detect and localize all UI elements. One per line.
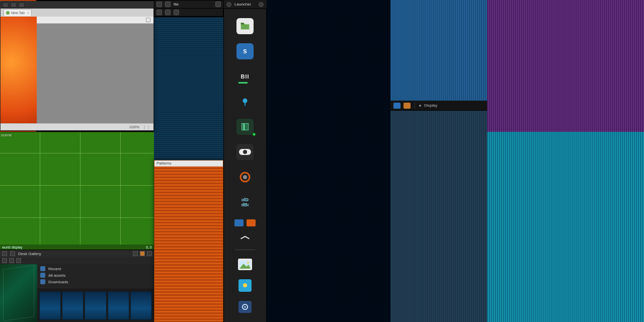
browser-tabstrip: New Tab × [1,9,153,17]
green-grid-footer: world display 0, 0 [0,245,154,250]
mini-appicon2-icon [165,2,171,7]
package-app[interactable] [236,119,254,135]
browser-tab[interactable]: New Tab × [4,9,32,16]
slate-title: Display [424,103,437,108]
win-min-button[interactable] [3,3,9,8]
win-max-button[interactable] [11,3,17,8]
asset-editor-close-button[interactable] [147,251,152,256]
asset-editor-window: Desk Gallery Recent All assets Downloads [0,250,154,322]
ring-icon [239,171,251,183]
slate-btn-1[interactable] [393,103,400,109]
green-grid-label: scene [1,133,12,137]
menu-icon[interactable] [146,18,150,22]
toolbar-btn-2[interactable] [9,258,14,263]
tab-close-icon[interactable]: × [27,11,29,15]
patterns-window: Patterns [154,160,223,322]
slate-titlebar[interactable]: Display [390,101,487,111]
grid-glyph-icon: ıılDdBı [242,197,249,207]
patterns-body[interactable] [154,167,223,321]
win-close-button[interactable] [19,3,25,8]
mini-appicon-icon [156,2,162,7]
thumbnail[interactable] [39,291,61,320]
gear-icon [241,303,249,311]
mini-close-button[interactable] [215,2,221,7]
mini-window-row[interactable] [154,9,223,17]
list-item-label: Downloads [48,280,68,284]
asset-editor-list: Recent All assets Downloads [37,264,154,289]
code-app[interactable]: BII [236,68,254,85]
wallpaper-blue2 [390,0,487,101]
mini-tool-icon[interactable] [156,10,162,15]
thumbnail[interactable] [130,291,152,320]
pin-icon [239,96,251,107]
dock: S BII ıılDdBı [223,9,267,322]
settings-app[interactable] [238,301,252,313]
svg-point-7 [243,175,247,179]
green-footer-left: world display [2,246,22,249]
asset-editor-titlebar[interactable]: Desk Gallery [0,250,154,257]
slate-btn-2[interactable] [404,103,411,109]
files-app[interactable] [236,18,254,34]
asset-editor-warn-icon [140,251,145,256]
thumbnail[interactable] [108,291,129,320]
browser-titlebar[interactable] [1,2,153,9]
wallpaper-cyan [487,132,644,322]
asset-editor-toolbar [0,257,154,264]
panel-power-icon[interactable] [226,2,231,7]
asset-editor-appicon2-icon [10,251,15,256]
mini-blue[interactable] [234,219,244,226]
svg-point-5 [243,150,247,154]
list-item-label: All assets [48,273,65,278]
asset-editor-body: Recent All assets Downloads [37,264,154,322]
photo-app[interactable] [238,259,252,270]
dock-separator [235,250,255,250]
sun-icon [241,281,249,289]
svg-point-0 [243,99,247,103]
asset-editor-preview[interactable] [0,264,37,322]
mini-tool2-icon[interactable] [165,10,171,15]
folder-icon [40,273,45,278]
svg-point-13 [245,306,246,307]
weather-app[interactable] [238,279,252,291]
green-footer-right: 0, 0 [146,246,152,249]
asset-editor-min-button[interactable] [133,251,138,256]
svg-point-11 [243,283,247,287]
thumbnail[interactable] [62,291,84,320]
browser-app[interactable] [236,169,254,185]
text-app[interactable]: S [236,43,254,59]
toolbar-btn-1[interactable] [2,258,7,263]
slate-divider [415,103,415,109]
toolbar-btn-3[interactable] [16,258,21,263]
top-panel: Launcher [223,0,267,9]
mini-window-row[interactable]: file [154,1,223,9]
target-app[interactable] [236,94,254,110]
mini-window: file [154,0,223,17]
browser-viewport[interactable] [37,24,153,123]
mini-orange[interactable] [247,219,256,226]
panel-menu-icon[interactable] [259,2,264,7]
bii-glyph-icon: BII [240,73,249,79]
camera-app[interactable] [236,144,254,160]
patterns-title: Patterns [156,161,172,166]
photo-icon [239,261,251,269]
mini-tool3-icon[interactable] [174,10,179,15]
panel-label: Launcher [234,2,251,7]
asset-editor-title: Desk Gallery [18,252,41,256]
thumbnail[interactable] [85,291,106,320]
patterns-titlebar[interactable]: Patterns [154,160,223,167]
folder-icon [239,21,251,32]
s-glyph-icon: S [243,48,247,54]
list-item[interactable]: Recent [40,266,151,271]
svg-rect-1 [245,103,246,106]
list-item[interactable]: All assets [40,273,151,278]
dock-expand-icon[interactable] [237,235,253,240]
svg-rect-3 [244,123,245,130]
box-icon [240,122,250,132]
list-item[interactable]: Downloads [40,279,151,284]
grid-app[interactable]: ıılDdBı [236,194,254,210]
asset-editor-thumbs [37,289,154,322]
green-grid-viewport[interactable] [0,132,154,250]
zoom-indicator: 100% [129,125,139,129]
running-dot-icon [253,133,256,136]
tab-label: New Tab [11,11,25,15]
